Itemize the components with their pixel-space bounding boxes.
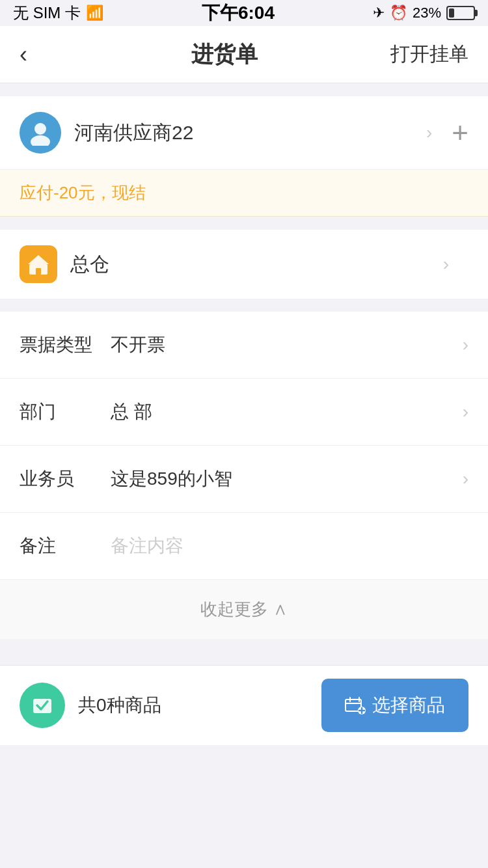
add-supplier-button[interactable]: + (452, 118, 468, 147)
remark-label: 备注 (20, 534, 104, 558)
battery-icon (446, 6, 475, 20)
collapse-label: 收起更多 ∧ (200, 598, 287, 621)
invoice-type-value: 不开票 (104, 332, 456, 357)
status-right: ✈ ⏰ 23% (373, 5, 475, 21)
supplier-section: 河南供应商22 › + 应付-20元，现结 (0, 96, 488, 217)
bottom-bar: 共0种商品 选择商品 (0, 665, 488, 745)
alarm-icon: ⏰ (390, 5, 407, 21)
status-left: 无 SIM 卡 📶 (13, 3, 103, 23)
wifi-icon: 📶 (86, 5, 103, 21)
select-product-label: 选择商品 (372, 693, 445, 718)
carrier-text: 无 SIM 卡 (13, 3, 81, 23)
warehouse-chevron-icon: › (443, 254, 449, 275)
warehouse-name: 总仓 (70, 251, 443, 278)
remark-row[interactable]: 备注 备注内容 (0, 512, 488, 579)
svg-point-1 (31, 135, 50, 146)
section-gap-1 (0, 83, 488, 96)
remark-input[interactable]: 备注内容 (104, 534, 468, 558)
status-bar: 无 SIM 卡 📶 下午6:04 ✈ ⏰ 23% (0, 0, 488, 26)
salesperson-chevron-icon: › (463, 468, 468, 489)
notice-text: 应付-20元，现结 (20, 183, 146, 202)
salesperson-label: 业务员 (20, 467, 104, 491)
battery-percent: 23% (413, 5, 441, 21)
location-icon: ✈ (373, 5, 385, 21)
department-row[interactable]: 部门 总 部 › (0, 378, 488, 445)
background-fill (0, 745, 488, 868)
product-icon-wrap (20, 683, 65, 728)
salesperson-row[interactable]: 业务员 这是859的小智 › (0, 445, 488, 512)
warehouse-row[interactable]: 总仓 › (0, 230, 488, 299)
page-title: 进货单 (191, 40, 258, 70)
invoice-type-row[interactable]: 票据类型 不开票 › (0, 312, 488, 378)
notice-bar: 应付-20元，现结 (0, 170, 488, 217)
product-count-label: 共0种商品 (78, 693, 321, 718)
warehouse-icon (20, 245, 57, 283)
department-chevron-icon: › (463, 401, 468, 422)
invoice-chevron-icon: › (463, 334, 468, 355)
open-pending-button[interactable]: 打开挂单 (390, 41, 468, 68)
section-gap-2 (0, 217, 488, 230)
warehouse-section: 总仓 › (0, 230, 488, 299)
back-button[interactable]: ‹ (20, 41, 59, 68)
supplier-chevron-icon: › (426, 122, 432, 143)
collapse-button[interactable]: 收起更多 ∧ (0, 579, 488, 639)
department-label: 部门 (20, 400, 104, 424)
invoice-type-label: 票据类型 (20, 332, 104, 357)
supplier-row[interactable]: 河南供应商22 › + (0, 96, 488, 170)
section-gap-4 (0, 639, 488, 652)
section-gap-3 (0, 299, 488, 312)
svg-point-0 (34, 123, 46, 135)
status-time: 下午6:04 (202, 1, 275, 25)
supplier-name: 河南供应商22 (74, 120, 426, 146)
nav-bar: ‹ 进货单 打开挂单 (0, 26, 488, 83)
form-section: 票据类型 不开票 › 部门 总 部 › 业务员 这是859的小智 › 备注 备注… (0, 312, 488, 639)
svg-marker-3 (28, 255, 49, 264)
svg-rect-4 (36, 268, 41, 275)
supplier-avatar (20, 112, 61, 154)
salesperson-value: 这是859的小智 (104, 467, 456, 491)
select-product-button[interactable]: 选择商品 (321, 679, 468, 732)
department-value: 总 部 (104, 400, 456, 424)
